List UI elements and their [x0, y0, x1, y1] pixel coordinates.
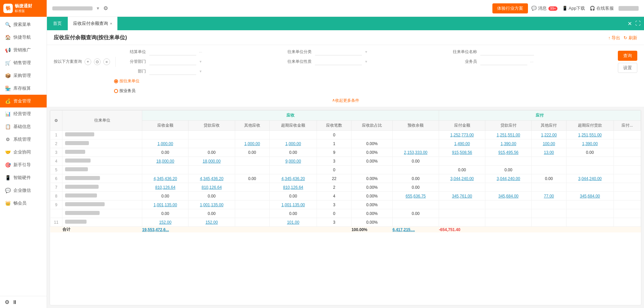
row-ap-amount[interactable]: 1,490.00 — [439, 139, 485, 148]
row-ap-other[interactable]: 100.00 — [532, 139, 566, 148]
tab-window-close-icon[interactable]: ✕ — [628, 20, 632, 27]
dept-input[interactable] — [149, 58, 196, 65]
salesman-dots[interactable]: ··· — [530, 59, 533, 64]
row-ar-amount[interactable]: 152.00 — [142, 218, 189, 227]
solution-button[interactable]: 体验行业方案 — [492, 3, 528, 13]
scheme-option-salesman[interactable]: 按业务员 — [111, 87, 143, 95]
row-ar-amount[interactable]: 1,000.00 — [142, 139, 189, 148]
row-ar-loan[interactable]: 4,345,436.20 — [189, 174, 235, 183]
row-ap-loan[interactable]: 345,684.00 — [485, 192, 532, 201]
sidebar-item-inventory[interactable]: 🏪 库存核算 — [0, 82, 47, 95]
sidebar-item-sales[interactable]: 🛒 销售管理 — [0, 56, 47, 69]
sidebar-item-member[interactable]: 👑 畅会员 — [0, 197, 47, 210]
system-icon: ⚙ — [5, 137, 11, 142]
row-ar-overdue[interactable]: 101.00 — [269, 218, 317, 227]
row-ap-more — [613, 201, 641, 209]
row-ar-overdue[interactable]: 9,000.00 — [269, 157, 317, 166]
row-ap-overdue[interactable]: 1,251,551.00 — [566, 131, 613, 139]
row-ap-amount[interactable]: 915,508.56 — [439, 148, 485, 157]
row-ar-amount[interactable]: 4,345,436.20 — [142, 174, 189, 183]
sidebar-item-guide[interactable]: 🎯 新手引导 — [0, 159, 47, 171]
filter-back-icon[interactable]: « — [103, 58, 110, 65]
row-ar-other[interactable]: 1,000.00 — [235, 139, 269, 148]
row-ar-overdue[interactable]: 810,126.64 — [269, 183, 317, 192]
row-ar-loan[interactable]: 1,001,135.00 — [189, 201, 235, 209]
partner-category-input[interactable] — [315, 48, 362, 55]
sidebar-item-marketing[interactable]: 📢 营销推广 — [0, 44, 47, 56]
row-ar-overdue[interactable]: 1,001,135.00 — [269, 201, 317, 209]
row-ap-more — [613, 139, 641, 148]
partner-category-arrow[interactable]: ▼ — [365, 50, 368, 54]
row-ar-amount[interactable]: 18,000.00 — [142, 157, 189, 166]
refresh-button[interactable]: ↻ 刷新 — [624, 35, 637, 41]
tab-ar-query[interactable]: 应收应付余额查询 × — [68, 17, 117, 30]
sidebar-item-finance[interactable]: 💰 资金管理 — [0, 95, 47, 107]
row-ap-overdue[interactable]: 3,044,240.00 — [566, 174, 613, 183]
topbar-dropdown-icon[interactable]: ▼ — [96, 6, 100, 11]
sidebar-collapse-icon[interactable]: ⏸ — [12, 299, 17, 305]
th-gear[interactable]: ⚙ — [50, 111, 62, 131]
sidebar-item-collab[interactable]: 🤝 企业协同 — [0, 146, 47, 159]
filter-collapse-button[interactable]: ∧ 收起更多条件 — [54, 96, 637, 105]
sidebar-item-search[interactable]: 🔍 搜索菜单 — [0, 18, 47, 31]
row-ap-amount[interactable]: 3,044,240.00 — [439, 174, 485, 183]
filter-add-button[interactable]: + — [85, 58, 91, 65]
row-ar-prepay[interactable]: 655,636.75 — [392, 192, 439, 201]
row-ar-prepay — [392, 218, 439, 227]
settlement-unit-dots[interactable]: ··· — [199, 50, 202, 54]
row-ar-amount[interactable]: 1,001,135.00 — [142, 201, 189, 209]
th-group-ap: 应付 — [439, 111, 641, 121]
sidebar-item-hardware[interactable]: 📱 智能硬件 — [0, 171, 47, 184]
department-input[interactable] — [149, 68, 196, 75]
summary-ar-prepay[interactable]: 6,417,215.... — [392, 227, 439, 233]
row-ar-loan[interactable]: 152.00 — [189, 218, 235, 227]
tab-expand-icon[interactable]: ⛶ — [635, 20, 641, 27]
partner-nature-arrow[interactable]: ▼ — [365, 60, 368, 63]
row-ap-amount[interactable]: 345,761.00 — [439, 192, 485, 201]
row-ar-prepay[interactable]: 2,153,333.00 — [392, 148, 439, 157]
scheme-option-partner[interactable]: 按往来单位 — [111, 77, 143, 85]
sidebar-settings-icon[interactable]: ⚙ — [5, 299, 9, 305]
row-ap-amount[interactable]: 1,252,773.00 — [439, 131, 485, 139]
row-ar-overdue[interactable]: 4,345,436.20 — [269, 174, 317, 183]
row-ap-loan[interactable]: 1,251,551.00 — [485, 131, 532, 139]
row-ar-loan[interactable]: 810,126.64 — [189, 183, 235, 192]
row-ap-loan[interactable]: 3,044,240.00 — [485, 174, 532, 183]
table-gear-icon[interactable]: ⚙ — [54, 118, 58, 123]
row-ap-loan[interactable]: 1,390.00 — [485, 139, 532, 148]
row-ap-overdue[interactable]: 345,684.00 — [566, 192, 613, 201]
row-ap-other[interactable]: 13.00 — [532, 148, 566, 157]
row-ap-loan[interactable]: 915,495.56 — [485, 148, 532, 157]
download-btn[interactable]: 📱 App下载 — [562, 5, 585, 11]
sidebar-item-management[interactable]: 📊 经营管理 — [0, 107, 47, 120]
department-arrow[interactable]: ▼ — [199, 70, 202, 73]
sidebar-item-wechat[interactable]: 💬 企业微信 — [0, 184, 47, 197]
row-ap-overdue[interactable]: 1,390.00 — [566, 139, 613, 148]
partner-nature-input[interactable] — [315, 58, 362, 65]
export-button[interactable]: ↑ 导出 — [608, 35, 620, 41]
row-ar-loan[interactable]: 18,000.00 — [189, 157, 235, 166]
tab-close-button[interactable]: × — [110, 21, 112, 26]
row-ar-overdue[interactable]: 1,000.00 — [269, 139, 317, 148]
topbar-gear-icon[interactable]: ⚙ — [103, 5, 108, 11]
row-ar-amount[interactable]: 810,126.64 — [142, 183, 189, 192]
message-btn[interactable]: 💬 消息 99+ — [531, 5, 557, 11]
tab-home[interactable]: 首页 — [47, 17, 68, 30]
filter-settings-icon[interactable]: ⊙ — [94, 58, 101, 65]
row-ar-other — [235, 183, 269, 192]
sidebar-item-purchase[interactable]: 📦 采购管理 — [0, 69, 47, 82]
summary-ar-amount[interactable]: 19,553,472,6... — [142, 227, 189, 233]
salesman-input[interactable] — [480, 58, 527, 65]
setting-button[interactable]: 设置 — [618, 63, 637, 73]
row-partner — [62, 209, 142, 218]
sidebar-item-basic-info[interactable]: 📋 基础信息 — [0, 120, 47, 133]
sidebar-item-system[interactable]: ⚙ 系统管理 — [0, 133, 47, 146]
sidebar-item-nav[interactable]: 🏠 快捷导航 — [0, 31, 47, 44]
row-ap-other[interactable]: 1,222.00 — [532, 131, 566, 139]
partner-name-input[interactable] — [480, 48, 534, 55]
dept-arrow[interactable]: ▼ — [199, 60, 202, 63]
row-ap-other[interactable]: 77.00 — [532, 192, 566, 201]
settlement-unit-input[interactable] — [149, 48, 196, 55]
query-button[interactable]: 查询 — [618, 51, 637, 61]
service-btn[interactable]: 🎧 在线客服 — [590, 5, 614, 11]
